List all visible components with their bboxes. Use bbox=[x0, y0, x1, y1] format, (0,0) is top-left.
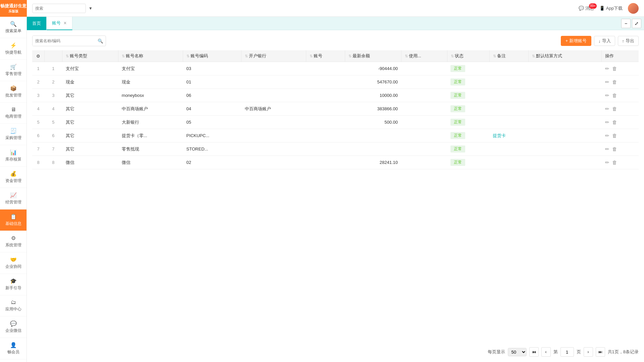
page-label-before: 第 bbox=[553, 349, 558, 355]
th-no bbox=[44, 50, 62, 62]
delete-btn[interactable]: 🗑 bbox=[612, 106, 617, 112]
th-type[interactable]: 账号类型 bbox=[62, 50, 118, 62]
sidebar-item-operations[interactable]: 📈经营管理 bbox=[0, 188, 26, 209]
edit-btn[interactable]: ✏ bbox=[605, 93, 609, 99]
wechat-icon: 💬 bbox=[10, 320, 17, 327]
cell-bank bbox=[241, 116, 306, 129]
header-left: ▼ bbox=[32, 4, 93, 13]
edit-btn[interactable]: ✏ bbox=[605, 146, 609, 152]
sidebar-item-shortcut[interactable]: ⚡快捷导航 bbox=[0, 38, 26, 60]
cell-code: 01 bbox=[183, 75, 241, 89]
sidebar-item-newbie[interactable]: 🎓新手引导 bbox=[0, 274, 26, 295]
th-bank[interactable]: 开户银行 bbox=[241, 50, 306, 62]
sidebar-item-inventory[interactable]: 📊库存核算 bbox=[0, 145, 26, 167]
th-settings[interactable]: ⚙ bbox=[32, 50, 44, 62]
cell-default-settlement bbox=[528, 142, 601, 156]
sidebar-item-wholesale[interactable]: 📦批发管理 bbox=[0, 81, 26, 103]
cell-status: 正常 bbox=[447, 102, 489, 116]
cell-type: 其它 bbox=[62, 89, 118, 102]
th-status[interactable]: 状态 bbox=[447, 50, 489, 62]
edit-btn[interactable]: ✏ bbox=[605, 160, 609, 166]
edit-btn[interactable]: ✏ bbox=[605, 119, 609, 125]
cell-status: 正常 bbox=[447, 89, 489, 102]
message-badge: 99+ bbox=[589, 3, 597, 9]
cell-no: 2 bbox=[32, 75, 44, 89]
cell-code: 03 bbox=[183, 62, 241, 75]
cell-usage bbox=[401, 129, 447, 142]
th-name[interactable]: 账号名称 bbox=[118, 50, 183, 62]
sidebar-item-label: 零售管理 bbox=[5, 71, 21, 77]
sidebar-item-basic[interactable]: 📋基础信息 bbox=[0, 209, 26, 231]
cell-no2: 5 bbox=[44, 116, 62, 129]
cell-code: STORED... bbox=[183, 142, 241, 156]
cell-type: 支付宝 bbox=[62, 62, 118, 75]
edit-btn[interactable]: ✏ bbox=[605, 79, 609, 85]
sidebar-item-search[interactable]: 🔍搜索菜单 bbox=[0, 17, 26, 38]
search-btn[interactable]: 🔍 bbox=[95, 36, 106, 46]
sidebar-item-retail[interactable]: 🛒零售管理 bbox=[0, 60, 26, 81]
th-remark[interactable]: 备注 bbox=[489, 50, 528, 62]
app-download-btn[interactable]: 📱 App下载 bbox=[599, 5, 623, 11]
cell-bank bbox=[241, 62, 306, 75]
edit-btn[interactable]: ✏ bbox=[605, 66, 609, 72]
cell-name: 微信 bbox=[118, 156, 183, 169]
delete-btn[interactable]: 🗑 bbox=[612, 160, 617, 166]
th-balance[interactable]: 最新余额 bbox=[345, 50, 401, 62]
delete-btn[interactable]: 🗑 bbox=[612, 79, 617, 85]
cell-remark bbox=[489, 102, 528, 116]
avatar[interactable] bbox=[628, 3, 639, 14]
toolbar-right: + 新增账号 ↓ 导入 ↑ 导出 bbox=[561, 36, 639, 46]
app-version: 乐版版 bbox=[0, 9, 26, 13]
delete-btn[interactable]: 🗑 bbox=[612, 93, 617, 99]
next-page-btn[interactable]: › bbox=[584, 347, 593, 357]
cell-usage bbox=[401, 142, 447, 156]
sidebar-item-system[interactable]: ⚙系统管理 bbox=[0, 231, 26, 252]
edit-btn[interactable]: ✏ bbox=[605, 106, 609, 112]
tab-maximize-btn[interactable]: ⤢ bbox=[632, 19, 641, 28]
message-btn[interactable]: 💬 消息 99+ bbox=[579, 5, 594, 11]
sidebar-item-ecommerce[interactable]: 🖥电商管理 bbox=[0, 103, 26, 124]
first-page-btn[interactable]: ⏮ bbox=[529, 347, 539, 357]
app-name: 畅捷通好生意 bbox=[0, 3, 26, 9]
tab-home[interactable]: 首页 bbox=[27, 17, 47, 30]
sidebar-item-apps[interactable]: 🗂应用中心 bbox=[0, 295, 26, 316]
tab-minimize-btn[interactable]: − bbox=[621, 19, 631, 28]
table-row: 8 8 微信 微信 02 28241.10 正常 ✏ 🗑 bbox=[32, 156, 639, 169]
delete-btn[interactable]: 🗑 bbox=[612, 119, 617, 125]
last-page-btn[interactable]: ⏭ bbox=[596, 347, 605, 357]
tab-accounts[interactable]: 账号 ✕ bbox=[47, 17, 72, 30]
page-size-select[interactable]: 50 100 200 bbox=[508, 348, 527, 356]
cell-usage bbox=[401, 102, 447, 116]
sidebar-item-label: 应用中心 bbox=[5, 306, 21, 312]
delete-btn[interactable]: 🗑 bbox=[612, 133, 617, 139]
sidebar-item-label: 快捷导航 bbox=[5, 50, 21, 55]
sidebar-item-label: 资金管理 bbox=[5, 178, 21, 184]
sidebar-item-purchase[interactable]: 🧾采购管理 bbox=[0, 124, 26, 145]
th-usage[interactable]: 使用... bbox=[401, 50, 447, 62]
import-icon: ↓ bbox=[598, 39, 601, 44]
delete-btn[interactable]: 🗑 bbox=[612, 66, 617, 72]
prev-page-btn[interactable]: ‹ bbox=[541, 347, 551, 357]
sidebar-item-enterprise[interactable]: 🤝企业协同 bbox=[0, 252, 26, 274]
sidebar-item-member[interactable]: 👤畅会员 bbox=[0, 338, 26, 359]
tab-close-accounts[interactable]: ✕ bbox=[63, 21, 67, 25]
delete-btn[interactable]: 🗑 bbox=[612, 146, 617, 152]
capital-icon: 💰 bbox=[10, 171, 17, 177]
import-button[interactable]: ↓ 导入 bbox=[594, 36, 615, 46]
edit-btn[interactable]: ✏ bbox=[605, 133, 609, 139]
th-code[interactable]: 账号编码 bbox=[183, 50, 241, 62]
global-search-input[interactable] bbox=[32, 4, 86, 13]
cell-bank bbox=[241, 129, 306, 142]
search-input[interactable] bbox=[33, 36, 95, 46]
sidebar-item-wechat[interactable]: 💬企业微信 bbox=[0, 316, 26, 338]
export-button[interactable]: ↑ 导出 bbox=[618, 36, 639, 46]
wholesale-icon: 📦 bbox=[10, 85, 17, 92]
cell-no2: 6 bbox=[44, 129, 62, 142]
add-account-button[interactable]: + 新增账号 bbox=[561, 36, 591, 46]
cell-action: ✏ 🗑 bbox=[602, 142, 639, 156]
th-default-settlement[interactable]: 默认结算方式 bbox=[528, 50, 601, 62]
page-input[interactable] bbox=[560, 347, 574, 357]
th-account[interactable]: 账号 bbox=[306, 50, 345, 62]
header-dropdown[interactable]: ▼ bbox=[89, 6, 93, 11]
sidebar-item-capital[interactable]: 💰资金管理 bbox=[0, 167, 26, 188]
